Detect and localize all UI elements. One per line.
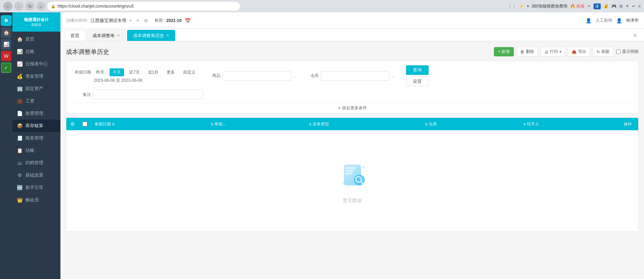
empty-text: 暂无数据: [343, 198, 362, 204]
sidebar-item-4[interactable]: 🏢固定资产: [12, 82, 60, 95]
home-button[interactable]: ⌂: [36, 2, 45, 11]
sidebar-item-13[interactable]: 👑畅会员: [12, 194, 60, 206]
sidebar-item-label-6: 发票管理: [25, 110, 43, 116]
filter-row-1: 单据日期 昨天 今天 近7天 近1月 更多 自定义 2023-06-06 至 2…: [72, 65, 633, 86]
tab-cost-adjust[interactable]: 成本调整单 ✕: [87, 30, 126, 41]
calendar-icon[interactable]: 📅: [185, 18, 191, 23]
forward-button[interactable]: ›: [14, 2, 23, 11]
logo-text: 畅捷通好会计: [24, 17, 49, 23]
new-button[interactable]: + 新增: [494, 47, 514, 56]
goods-filter-group: 商品 ...: [212, 71, 297, 81]
grid-icon[interactable]: ⊞: [619, 4, 623, 9]
sidebar-item-5[interactable]: 💼工资: [12, 95, 60, 107]
back-button[interactable]: ‹: [3, 2, 12, 11]
settings-filter-button[interactable]: 设置: [406, 77, 429, 86]
filter-collapse-btn[interactable]: ∧ 收起更多条件: [72, 103, 633, 113]
svg-point-9: [365, 171, 366, 172]
sidebar-item-label-7: 库存核算: [25, 123, 43, 129]
query-button[interactable]: 查询: [406, 65, 429, 75]
app-icon-green[interactable]: ✓: [1, 63, 11, 73]
goods-dots[interactable]: ...: [293, 74, 297, 78]
export-button[interactable]: 📤 导出: [568, 47, 590, 57]
app-icon-chart[interactable]: 📊: [1, 39, 11, 49]
table-header-date-label: 单据日期: [94, 121, 111, 127]
sidebar-item-8[interactable]: 🧾税务管理: [12, 132, 60, 144]
sidebar-logo: 畅捷通好会计 旗舰版: [12, 12, 60, 32]
show-cols-checkbox[interactable]: [616, 49, 621, 54]
sidebar-item-9[interactable]: 📋结账: [12, 144, 60, 157]
company-name[interactable]: 江西服宝测试专用: [91, 18, 126, 24]
app-icon-home[interactable]: 🏠: [1, 27, 11, 38]
sort-operator-icon: ⇅: [523, 122, 526, 126]
sidebar-item-12[interactable]: 🆕新手引导: [12, 181, 60, 194]
table-header-no[interactable]: ⇅ 单据...: [207, 121, 305, 127]
scissors-icon[interactable]: ✂: [587, 4, 591, 9]
app-icon-chanjet[interactable]: 畅: [1, 15, 12, 26]
settings-menu-icon[interactable]: ≡: [638, 4, 641, 9]
sun-icon[interactable]: ☀: [625, 4, 629, 9]
lock-icon: 🔒: [51, 4, 56, 9]
sidebar-item-2[interactable]: 📈云报表中心: [12, 58, 60, 70]
browser-menu-icon[interactable]: ⋮⋮: [508, 4, 516, 9]
sidebar-item-0[interactable]: 🏠首页: [12, 33, 60, 45]
tab-cost-adjust-close[interactable]: ✕: [117, 33, 120, 38]
sidebar-item-label-0: 首页: [25, 36, 34, 42]
game-icon[interactable]: 🎮: [611, 4, 617, 9]
filter-row-2: 备注: [72, 90, 633, 103]
sidebar-item-11[interactable]: ⚙基础设置: [12, 169, 60, 181]
table-header-operator-label: 经手人: [527, 121, 539, 127]
warehouse-dots[interactable]: ...: [392, 74, 395, 78]
table-header-type[interactable]: ⇅ 业务类型: [305, 121, 421, 127]
table-header-settings[interactable]: ⚙: [66, 121, 79, 127]
date-1month-btn[interactable]: 近1月: [145, 68, 162, 76]
tab-close-all[interactable]: ✕: [630, 30, 640, 41]
sidebar-item-7[interactable]: 📦库存核算: [12, 120, 60, 132]
translate-icon[interactable]: 译: [594, 3, 601, 9]
add-company-icon[interactable]: ＋: [135, 17, 140, 24]
company-dropdown-icon[interactable]: ▾: [130, 19, 132, 22]
goods-filter-label: 商品: [212, 73, 221, 79]
tab-cost-adjust-history[interactable]: 成本调整单历史 ✕: [127, 30, 175, 41]
settings-icon[interactable]: ⚙: [144, 18, 148, 23]
sidebar-item-3[interactable]: 💰资金管理: [12, 70, 60, 82]
goods-input[interactable]: [223, 71, 291, 81]
table-header-check[interactable]: [79, 122, 91, 126]
date-today-btn[interactable]: 今天: [110, 68, 124, 76]
tab-cost-adjust-history-close[interactable]: ✕: [166, 33, 169, 38]
sidebar-item-1[interactable]: 📊总账: [12, 45, 60, 58]
table-header-warehouse[interactable]: ⇅ 仓库: [421, 121, 519, 127]
print-button[interactable]: 🖨 打印 ▾: [541, 47, 565, 57]
sidebar-nav: 🏠首页📊总账📈云报表中心💰资金管理🏢固定资产💼工资📄发票管理📦库存核算🧾税务管理…: [12, 32, 60, 279]
sidebar-item-label-1: 总账: [25, 48, 34, 55]
remark-input[interactable]: [93, 90, 203, 99]
refresh-button[interactable]: ↻ 刷新: [593, 47, 613, 57]
table-header-operator[interactable]: ⇅ 经手人: [520, 121, 618, 127]
address-bar[interactable]: 🔒 https://cloud.chanjet.com/accounting/u…: [47, 2, 240, 11]
dropdown-icon[interactable]: ▾: [527, 4, 529, 9]
date-yesterday-btn[interactable]: 昨天: [93, 68, 108, 76]
page-header: 成本调整单历史 + 新增 🗑 删除 🖨 打印 ▾ 📤 导出: [66, 47, 639, 57]
date-7days-btn[interactable]: 近7天: [126, 68, 143, 76]
app-icon-red[interactable]: W: [1, 51, 11, 61]
export-icon: 📤: [572, 49, 577, 54]
warehouse-input[interactable]: [321, 71, 389, 81]
sidebar-item-label-4: 固定资产: [25, 86, 43, 92]
table-header-date[interactable]: 单据日期 ⇅: [91, 121, 207, 127]
table-select-all-checkbox[interactable]: [82, 122, 87, 126]
show-cols-checkbox-label[interactable]: 显示明细: [616, 49, 639, 55]
delete-button[interactable]: 🗑 删除: [517, 47, 538, 57]
reload-button[interactable]: ↻: [25, 2, 34, 11]
sidebar-item-10[interactable]: 🗂归档管理: [12, 157, 60, 169]
top-bar: (勿删勿禁用) 江西服宝测试专用 ▾ ＋ ⚙ 账期 2021-10 📅 👤 人工…: [60, 12, 644, 29]
app-icon-strip: 畅 🏠 📊 W ✓: [0, 12, 12, 279]
date-custom-btn[interactable]: 自定义: [180, 68, 199, 76]
support-label[interactable]: 人工咨询: [596, 18, 612, 23]
wallet-icon[interactable]: 💰: [603, 4, 609, 9]
lightning-icon[interactable]: ⚡: [519, 4, 524, 9]
date-more-btn[interactable]: 更多: [163, 68, 178, 76]
tab-home[interactable]: 首页: [65, 30, 85, 41]
sidebar-item-6[interactable]: 📄发票管理: [12, 107, 60, 120]
user-name[interactable]: 徐泽华: [626, 18, 639, 23]
print-dropdown-icon: ▾: [560, 50, 561, 54]
undo-icon[interactable]: ↩: [632, 4, 635, 9]
